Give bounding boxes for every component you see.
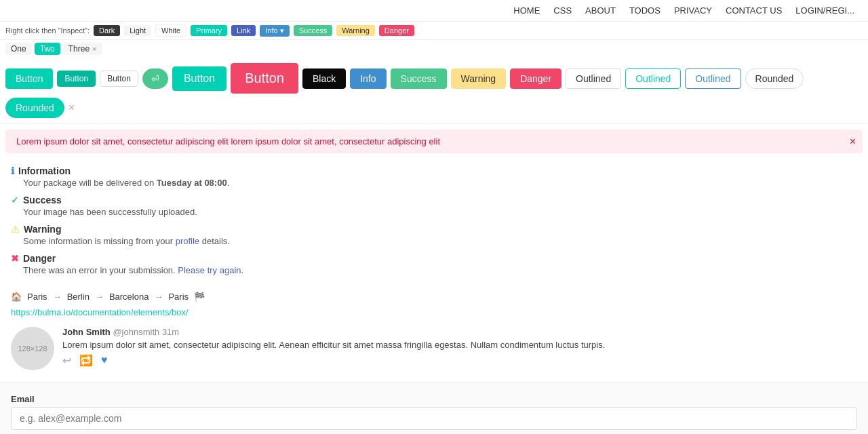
inspect-label: Right click then "Inspect": (5, 26, 90, 35)
email-input[interactable] (11, 407, 857, 430)
badge-danger[interactable]: Danger (379, 25, 414, 36)
badge-dark[interactable]: Dark (94, 25, 120, 36)
tweet-text: Lorem ipsum dolor sit amet, consectetur … (62, 340, 857, 350)
notif-information: ℹ Information Your package will be deliv… (11, 165, 857, 188)
button-black[interactable]: Black (302, 68, 346, 89)
button-icon[interactable]: ⏎ (142, 68, 168, 89)
badge-primary[interactable]: Primary (191, 25, 227, 36)
button-outlined[interactable]: Outlined (566, 68, 621, 89)
nav-todos[interactable]: TODOS (629, 5, 660, 16)
button-rounded[interactable]: Rounded (745, 68, 804, 89)
trail-berlin: Berlin (67, 292, 90, 302)
tweet-body: John Smith @johnsmith 31m Lorem ipsum do… (62, 327, 857, 370)
main-link-section: https://bulma.io/documentation/elements/… (0, 304, 868, 320)
warning-icon: ⚠ (11, 224, 20, 235)
notif-warning-title: ⚠ Warning (11, 224, 857, 235)
button-outlined-info[interactable]: Outlined (685, 68, 741, 89)
button-medium[interactable]: Button (172, 66, 226, 91)
trail-arrow-1: → (53, 292, 62, 302)
button-primary-dark[interactable]: Button (57, 71, 96, 87)
badge-warning[interactable]: Warning (336, 25, 375, 36)
nav-home[interactable]: HOME (513, 5, 540, 16)
email-group: Email (11, 394, 857, 430)
tag-close[interactable]: × (92, 45, 96, 53)
button-success[interactable]: Success (391, 68, 447, 89)
danger-link[interactable]: Please try again (178, 265, 241, 275)
button-row: Button Button Button ⏎ Button Button Bla… (0, 58, 868, 124)
like-icon[interactable]: ♥ (101, 354, 108, 367)
tweet-handle: @johnsmith (113, 327, 159, 337)
button-outlined-primary[interactable]: Outlined (625, 68, 681, 89)
button-warning[interactable]: Warning (451, 68, 507, 89)
nav-css[interactable]: CSS (553, 5, 572, 16)
login-link[interactable]: LOGIN/REGI... (795, 5, 854, 16)
trail-paris-2: Paris (168, 292, 189, 302)
notif-success-text: Your image has been successfully uploade… (11, 207, 857, 217)
nav-privacy[interactable]: PRIVACY (674, 5, 712, 16)
tweet-time: 31m (162, 327, 179, 337)
success-icon: ✓ (11, 195, 19, 205)
alert-close[interactable]: × (850, 136, 856, 148)
notif-warning: ⚠ Warning Some information is missing fr… (11, 224, 857, 246)
trail-arrow-2: → (95, 292, 104, 302)
button-danger[interactable]: Danger (510, 68, 561, 89)
info-icon: ℹ (11, 165, 14, 176)
notif-success-title: ✓ Success (11, 195, 857, 205)
top-nav: HOME CSS ABOUT TODOS PRIVACY CONTACT US … (0, 0, 868, 22)
notif-success: ✓ Success Your image has been successful… (11, 195, 857, 217)
button-large[interactable]: Button (231, 63, 298, 94)
tag-row: One Two Three × (0, 40, 868, 58)
tweet-name: John Smith (62, 327, 111, 337)
tweet-header: John Smith @johnsmith 31m (62, 327, 857, 337)
danger-icon: ✖ (11, 253, 19, 264)
button-primary[interactable]: Button (5, 68, 53, 89)
notifications: ℹ Information Your package will be deliv… (0, 159, 868, 289)
inspect-bar: Right click then "Inspect": Dark Light W… (0, 22, 868, 40)
tweet: 128×128 John Smith @johnsmith 31m Lorem … (0, 320, 868, 377)
trail: 🏠 Paris → Berlin → Barcelona → Paris 🏁 (0, 289, 868, 304)
badge-light[interactable]: Light (124, 25, 151, 36)
bulma-link[interactable]: https://bulma.io/documentation/elements/… (11, 307, 189, 317)
trail-flag: 🏁 (194, 292, 205, 302)
badge-info[interactable]: Info ▾ (260, 25, 289, 37)
trail-paris: Paris (27, 292, 47, 302)
nav-contact[interactable]: CONTACT US (726, 5, 782, 16)
button-info[interactable]: Info (350, 68, 386, 89)
button-rounded-primary[interactable]: Rounded (5, 98, 64, 118)
badge-success[interactable]: Success (294, 25, 333, 36)
notif-warning-text: Some information is missing from your pr… (11, 236, 857, 246)
warning-link[interactable]: profile (176, 236, 199, 246)
tag-three: Three × (63, 43, 102, 55)
avatar: 128×128 (11, 327, 54, 370)
button-small[interactable]: Button (100, 71, 138, 87)
button-x[interactable]: × (68, 102, 75, 114)
notif-danger: ✖ Danger There was an error in your subm… (11, 253, 857, 275)
tag-one: One (5, 43, 32, 55)
notif-danger-text: There was an error in your submission. P… (11, 265, 857, 275)
retweet-icon[interactable]: 🔁 (79, 354, 93, 367)
trail-arrow-3: → (154, 292, 163, 302)
notif-danger-title: ✖ Danger (11, 253, 857, 264)
badge-link[interactable]: Link (231, 25, 256, 36)
notif-info-text: Your package will be delivered on Tuesda… (11, 178, 857, 188)
trail-icon: 🏠 (11, 292, 22, 302)
alert-text: Lorem ipsum dolor sit amet, consectetur … (16, 136, 440, 146)
trail-barcelona: Barcelona (109, 292, 149, 302)
notif-info-title: ℹ Information (11, 165, 857, 176)
tweet-actions[interactable]: ↩ 🔁 ♥ (62, 354, 857, 367)
alert-danger: Lorem ipsum dolor sit amet, consectetur … (5, 130, 863, 153)
reply-icon[interactable]: ↩ (62, 354, 71, 367)
email-label: Email (11, 394, 857, 404)
form-section: Email Password Sign in (0, 382, 868, 434)
tag-two: Two (35, 43, 60, 55)
nav-about[interactable]: ABOUT (585, 5, 616, 16)
badge-white[interactable]: White (155, 24, 186, 37)
